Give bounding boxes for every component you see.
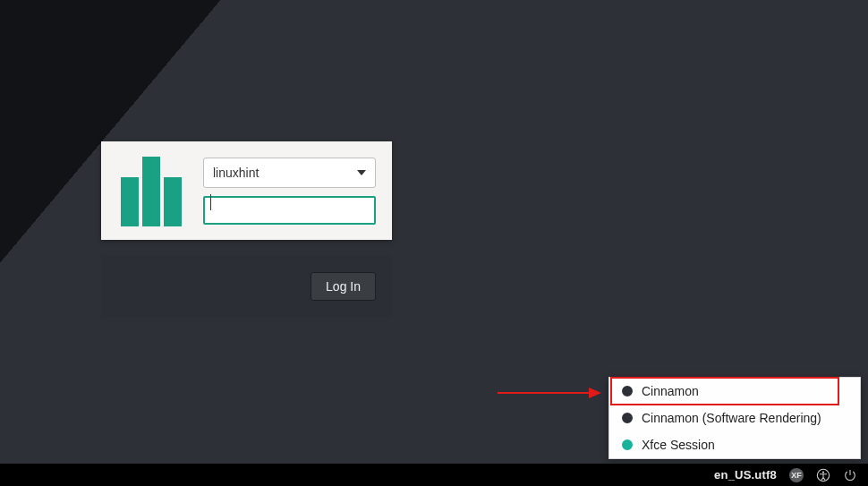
- session-item-label: Xfce Session: [642, 438, 715, 452]
- login-action-bar: Log In: [101, 255, 392, 318]
- greeter-panel: en_US.utf8 XF: [0, 464, 868, 486]
- chevron-down-icon: [357, 170, 366, 175]
- login-panel: linuxhint: [101, 141, 392, 240]
- manjaro-logo: [115, 155, 187, 226]
- locale-indicator[interactable]: en_US.utf8: [714, 468, 777, 482]
- user-selector-value: linuxhint: [213, 166, 259, 180]
- power-icon[interactable]: [843, 468, 857, 482]
- session-chooser-menu: Cinnamon Cinnamon (Software Rendering) X…: [608, 377, 861, 459]
- svg-point-3: [822, 471, 824, 473]
- password-input[interactable]: [203, 196, 376, 225]
- session-item-label: Cinnamon (Software Rendering): [642, 411, 821, 425]
- keyboard-layout-badge[interactable]: XF: [789, 468, 804, 482]
- accessibility-icon[interactable]: [816, 468, 830, 482]
- radio-icon: [622, 413, 633, 423]
- lightdm-greeter-desktop: linuxhint Log In Cinnamon Cinnamon (Soft…: [0, 0, 868, 486]
- session-item-cinnamon-software[interactable]: Cinnamon (Software Rendering): [609, 405, 860, 431]
- radio-selected-icon: [622, 439, 633, 450]
- login-button[interactable]: Log In: [311, 272, 376, 301]
- radio-icon: [622, 386, 633, 396]
- session-item-cinnamon[interactable]: Cinnamon: [609, 378, 860, 405]
- session-item-label: Cinnamon: [642, 384, 699, 398]
- user-selector-dropdown[interactable]: linuxhint: [203, 158, 376, 188]
- text-caret: [210, 194, 211, 210]
- session-item-xfce[interactable]: Xfce Session: [609, 431, 860, 458]
